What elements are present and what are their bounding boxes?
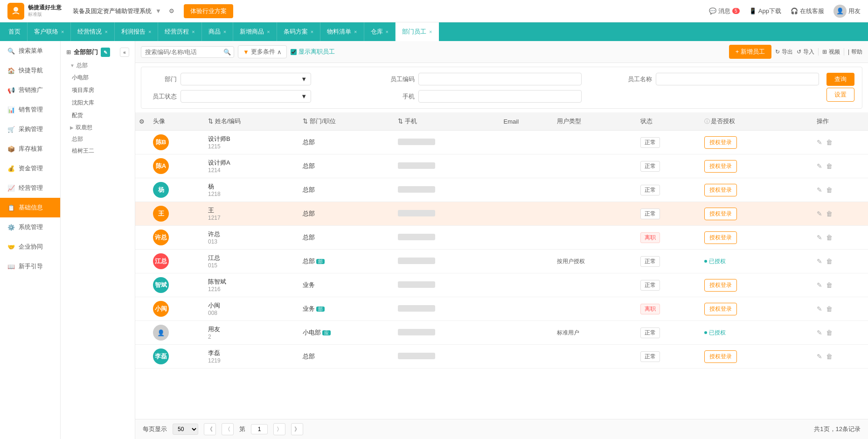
- nav-tab-仓库[interactable]: 仓库×: [364, 22, 396, 41]
- dept-edit-icon[interactable]: ✎: [101, 48, 110, 57]
- sidebar-item-基础信息[interactable]: 📋基础信息: [0, 198, 60, 217]
- dept-item-shenyang[interactable]: 沈阳大库: [64, 97, 135, 109]
- auth-btn[interactable]: 授权登录: [704, 160, 737, 173]
- nav-tab-客户联络[interactable]: 客户联络×: [28, 22, 71, 41]
- export-btn[interactable]: ↻ 导出: [775, 48, 793, 56]
- close-tab-icon[interactable]: ×: [354, 29, 357, 35]
- delete-icon[interactable]: 🗑: [826, 186, 833, 194]
- add-employee-btn[interactable]: + 新增员工: [729, 45, 771, 59]
- user-area[interactable]: 👤 用友: [833, 5, 861, 18]
- close-tab-icon[interactable]: ×: [148, 29, 151, 35]
- first-page-btn[interactable]: 《: [204, 423, 216, 435]
- dept-group-zongbu2-label[interactable]: 总部: [64, 133, 135, 145]
- query-btn[interactable]: 查询: [826, 73, 854, 86]
- all-dept-label[interactable]: 全部部门: [74, 48, 98, 56]
- nav-tab-部门员工[interactable]: 部门员工×: [396, 22, 439, 41]
- edit-icon[interactable]: ✎: [817, 162, 822, 170]
- dept-group-zhishu-label[interactable]: 植树王二: [64, 145, 135, 157]
- close-tab-icon[interactable]: ×: [386, 29, 389, 35]
- view-btn[interactable]: ⊞ 视频: [822, 48, 840, 56]
- nav-tab-经营历程[interactable]: 经营历程×: [158, 22, 201, 41]
- phone-input[interactable]: [418, 90, 582, 103]
- sidebar-item-销售管理[interactable]: 📊销售管理: [0, 100, 60, 119]
- emp-code-input[interactable]: [418, 73, 582, 85]
- sidebar-item-新手引导[interactable]: 📖新手引导: [0, 257, 60, 276]
- col-settings[interactable]: ⚙: [135, 112, 149, 131]
- next-page-btn[interactable]: 〉: [273, 423, 285, 435]
- auth-btn[interactable]: 授权登录: [704, 208, 737, 220]
- sidebar-item-经营管理[interactable]: 📈经营管理: [0, 178, 60, 198]
- edit-icon[interactable]: ✎: [817, 234, 822, 241]
- delete-icon[interactable]: 🗑: [826, 305, 833, 313]
- nav-tab-经营情况[interactable]: 经营情况×: [71, 22, 114, 41]
- import-btn[interactable]: ↺ 导入: [797, 48, 814, 56]
- last-page-btn[interactable]: 》: [291, 423, 303, 435]
- app-download-btn[interactable]: 📱 App下载: [749, 7, 781, 15]
- nav-tab-物料清单[interactable]: 物料清单×: [320, 22, 364, 41]
- close-tab-icon[interactable]: ×: [267, 29, 270, 35]
- experience-btn[interactable]: 体验行业方案: [184, 4, 233, 18]
- col-phone[interactable]: ⇅ 手机: [394, 112, 500, 131]
- close-tab-icon[interactable]: ×: [311, 29, 313, 35]
- emp-name-input[interactable]: [656, 73, 819, 85]
- auth-btn[interactable]: 授权登录: [704, 303, 737, 315]
- edit-icon[interactable]: ✎: [817, 139, 822, 146]
- delete-icon[interactable]: 🗑: [826, 234, 833, 241]
- edit-icon[interactable]: ✎: [817, 353, 822, 360]
- auth-btn[interactable]: 授权登录: [704, 136, 737, 149]
- emp-status-select[interactable]: ▼: [181, 90, 311, 103]
- dept-collapse-btn[interactable]: «: [120, 48, 129, 57]
- prev-page-btn[interactable]: 〈: [222, 423, 234, 435]
- filter-more-btn[interactable]: ▼ 更多条件 ∧: [238, 45, 287, 58]
- message-btn[interactable]: 💬 消息 5: [709, 7, 740, 15]
- nav-tab-商品[interactable]: 商品×: [202, 22, 233, 41]
- close-tab-icon[interactable]: ×: [223, 29, 226, 35]
- dept-group-zongbu-label[interactable]: ▼ 总部: [64, 60, 135, 71]
- per-page-select[interactable]: 50 100: [173, 424, 198, 435]
- auth-btn[interactable]: 授权登录: [704, 279, 737, 292]
- edit-icon[interactable]: ✎: [817, 329, 822, 336]
- delete-icon[interactable]: 🗑: [826, 210, 833, 217]
- nav-tab-利润报告[interactable]: 利润报告×: [115, 22, 158, 41]
- page-input[interactable]: [251, 424, 268, 434]
- settings-icon[interactable]: ⚙: [165, 5, 178, 18]
- delete-icon[interactable]: 🗑: [826, 329, 833, 336]
- edit-icon[interactable]: ✎: [817, 210, 822, 217]
- nav-tab-新增商品[interactable]: 新增商品×: [233, 22, 277, 41]
- setup-btn[interactable]: 设置: [826, 88, 854, 102]
- auth-btn[interactable]: 授权登录: [704, 231, 737, 244]
- edit-icon[interactable]: ✎: [817, 281, 822, 289]
- col-dept[interactable]: ⇅ 部门/职位: [299, 112, 394, 131]
- auth-btn[interactable]: 授权登录: [704, 184, 737, 196]
- title-arrow-icon[interactable]: ▼: [155, 7, 161, 14]
- dept-item-xiangmu[interactable]: 项目库房: [64, 84, 135, 97]
- close-tab-icon[interactable]: ×: [192, 29, 194, 35]
- edit-icon[interactable]: ✎: [817, 186, 822, 194]
- delete-icon[interactable]: 🗑: [826, 162, 833, 170]
- delete-icon[interactable]: 🗑: [826, 139, 833, 146]
- auth-btn[interactable]: 授权登录: [704, 350, 737, 363]
- sidebar-item-资金管理[interactable]: 💰资金管理: [0, 159, 60, 178]
- search-input[interactable]: [145, 49, 223, 56]
- dept-select[interactable]: ▼: [181, 73, 311, 85]
- show-resigned-checkbox[interactable]: 显示离职员工: [291, 48, 335, 56]
- delete-icon[interactable]: 🗑: [826, 281, 833, 289]
- dept-item-xiaodianbu[interactable]: 小电部: [64, 71, 135, 84]
- online-service-btn[interactable]: 🎧 在线客服: [791, 7, 824, 15]
- delete-icon[interactable]: 🗑: [826, 258, 833, 265]
- close-tab-icon[interactable]: ×: [104, 29, 107, 35]
- delete-icon[interactable]: 🗑: [826, 353, 833, 360]
- dept-group-shuanglu-label[interactable]: ▶ 双鹿想: [64, 122, 135, 133]
- edit-icon[interactable]: ✎: [817, 305, 822, 313]
- sidebar-item-搜索菜单[interactable]: 🔍搜索菜单: [0, 41, 60, 61]
- sidebar-item-营销推广[interactable]: 📢营销推广: [0, 80, 60, 100]
- close-tab-icon[interactable]: ×: [61, 29, 64, 35]
- sidebar-item-企业协同[interactable]: 🤝企业协同: [0, 237, 60, 257]
- resigned-check[interactable]: [291, 49, 297, 55]
- search-box[interactable]: 🔍: [141, 46, 234, 58]
- close-tab-icon[interactable]: ×: [429, 29, 432, 35]
- sidebar-item-采购管理[interactable]: 🛒采购管理: [0, 119, 60, 139]
- nav-tab-首页[interactable]: 首页: [2, 22, 28, 41]
- nav-tab-条码方案[interactable]: 条码方案×: [277, 22, 320, 41]
- help-btn[interactable]: | 帮助: [848, 48, 862, 56]
